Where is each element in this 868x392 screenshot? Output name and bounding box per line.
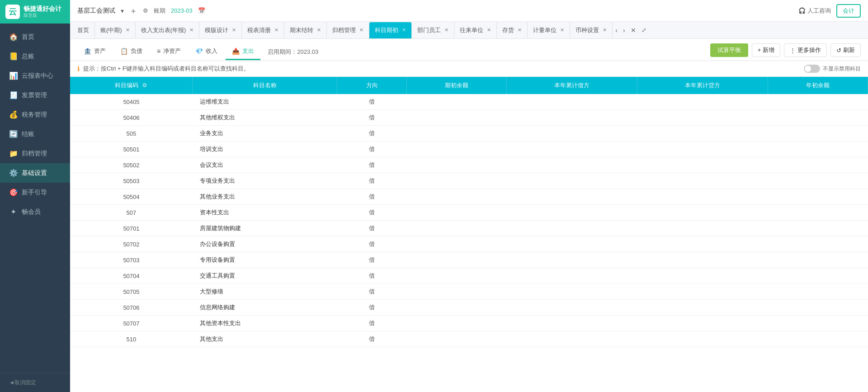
- tab-close-icon[interactable]: ✕: [126, 27, 130, 33]
- sub-tab-expense[interactable]: 📤支出: [226, 44, 260, 60]
- cell-ytd-debit: [507, 205, 637, 221]
- calendar-icon[interactable]: 📅: [198, 7, 205, 14]
- tab-币种设置[interactable]: 币种设置✕: [570, 22, 613, 38]
- tab-账中期[interactable]: 账(中期)✕: [95, 22, 136, 38]
- table-row[interactable]: 505 业务支出 借: [70, 126, 868, 142]
- tab-prev-btn[interactable]: ‹: [613, 27, 620, 34]
- table-row[interactable]: 50705 大型修缮 借: [70, 284, 868, 300]
- table-row[interactable]: 50405 运维维支出 借: [70, 94, 868, 110]
- sidebar-item-report-center[interactable]: 📊云报表中心: [0, 66, 70, 85]
- account-button[interactable]: 会计: [836, 4, 861, 18]
- refresh-button[interactable]: ↺ 刷新: [830, 43, 861, 57]
- tab-close-icon[interactable]: ✕: [232, 27, 236, 33]
- cell-ytd-debit: [507, 157, 637, 173]
- tab-模版设计[interactable]: 模版设计✕: [199, 22, 242, 38]
- table-row[interactable]: 50707 其他资本性支出 借: [70, 316, 868, 331]
- add-tab-icon[interactable]: ＋: [129, 5, 137, 16]
- table-row[interactable]: 50501 培训支出 借: [70, 142, 868, 157]
- dropdown-icon[interactable]: ▾: [121, 7, 124, 14]
- column-settings-icon[interactable]: ⚙: [142, 82, 147, 89]
- tab-close-icon[interactable]: ✕: [487, 27, 491, 33]
- table-row[interactable]: 50503 专项业务支出 借: [70, 173, 868, 189]
- cell-opening: [406, 205, 506, 221]
- sub-tab-liability[interactable]: 📋负债: [114, 44, 149, 60]
- table-row[interactable]: 50406 其他维权支出 借: [70, 110, 868, 126]
- cell-ytd-debit: [507, 300, 637, 316]
- cell-ytd-debit: [507, 316, 637, 331]
- table-row[interactable]: 50504 其他业务支出 借: [70, 189, 868, 205]
- tab-label: 账(中期): [100, 26, 122, 34]
- sub-tab-net-asset[interactable]: ≡净资产: [151, 44, 187, 60]
- tab-label: 币种设置: [576, 26, 599, 34]
- tab-科目期初[interactable]: 科目期初✕: [369, 22, 412, 38]
- tab-收入支出表年报[interactable]: 收入支出表(年报)✕: [136, 22, 200, 38]
- expense-icon: 📤: [232, 47, 240, 55]
- tab-close-all-btn[interactable]: ✕: [628, 27, 639, 34]
- tab-往来单位[interactable]: 往来单位✕: [454, 22, 497, 38]
- tab-close-icon[interactable]: ✕: [402, 27, 406, 33]
- tab-label: 部门员工: [417, 26, 441, 34]
- tab-close-icon[interactable]: ✕: [518, 27, 522, 33]
- table-row[interactable]: 507 资本性支出 借: [70, 205, 868, 221]
- report-center-icon: 📊: [9, 71, 17, 80]
- cell-opening: [406, 221, 506, 236]
- sidebar-item-basic-settings[interactable]: ⚙️基础设置: [0, 163, 70, 183]
- table-row[interactable]: 50702 办公设备购置 借: [70, 236, 868, 252]
- tab-close-icon[interactable]: ✕: [560, 27, 564, 33]
- sidebar-item-archive[interactable]: 📁归档管理: [0, 144, 70, 163]
- sidebar-item-invoice[interactable]: 🧾发票管理: [0, 85, 70, 105]
- table-body: 50405 运维维支出 借 50406 其他维权支出 借 505 业务支出 借 …: [70, 94, 868, 347]
- table-row[interactable]: 510 其他支出 借: [70, 331, 868, 347]
- cell-code: 507: [70, 205, 193, 221]
- toggle-switch[interactable]: [804, 65, 820, 73]
- table-row[interactable]: 50704 交通工具购置 借: [70, 268, 868, 284]
- settings-icon[interactable]: ⚙: [143, 7, 148, 14]
- tab-归档管理[interactable]: 归档管理✕: [327, 22, 369, 38]
- tab-close-icon[interactable]: ✕: [359, 27, 363, 33]
- cell-direction: 借: [337, 252, 407, 268]
- cell-ytd-debit: [507, 331, 637, 347]
- sidebar-item-member[interactable]: ✦畅会员: [0, 202, 70, 222]
- sidebar-item-general-ledger[interactable]: 📒总账: [0, 47, 70, 66]
- more-button[interactable]: ⋮ 更多操作: [784, 43, 827, 57]
- sidebar-item-tax[interactable]: 💰税务管理: [0, 105, 70, 124]
- tab-close-icon[interactable]: ✕: [189, 27, 193, 33]
- cell-ytd-credit: [637, 189, 768, 205]
- balance-button[interactable]: 试算平衡: [710, 43, 748, 57]
- tab-存货[interactable]: 存货✕: [497, 22, 528, 38]
- sidebar-item-settlement[interactable]: 🔄结账: [0, 124, 70, 144]
- sub-tab-asset[interactable]: 🏦资产: [77, 44, 112, 60]
- tab-税表清册[interactable]: 税表清册✕: [242, 22, 284, 38]
- add-button[interactable]: + 新增: [752, 43, 780, 57]
- sidebar: 云 畅捷通好会计 版意版 🏠首页📒总账📊云报表中心🧾发票管理💰税务管理🔄结账📁归…: [0, 0, 70, 392]
- tab-计量单位[interactable]: 计量单位✕: [528, 22, 570, 38]
- tab-首页[interactable]: 首页: [72, 22, 95, 38]
- cell-name: 房屋建筑物购建: [193, 221, 337, 236]
- table-row[interactable]: 50703 专用设备购置 借: [70, 252, 868, 268]
- cell-year-opening: [768, 316, 868, 331]
- main-content: 基层工会测试 ▾ ＋ ⚙ 账期 2023-03 📅 🎧 人工咨询 会计 首页账(…: [70, 0, 868, 392]
- table-row[interactable]: 50502 会议支出 借: [70, 157, 868, 173]
- disable-toggle[interactable]: 不显示禁用科目: [804, 65, 861, 73]
- cell-opening: [406, 126, 506, 142]
- tab-close-icon[interactable]: ✕: [603, 27, 607, 33]
- tab-next-btn[interactable]: ›: [620, 27, 628, 34]
- tab-期末结转[interactable]: 期末结转✕: [284, 22, 327, 38]
- table-row[interactable]: 50701 房屋建筑物购建 借: [70, 221, 868, 236]
- sidebar-item-home[interactable]: 🏠首页: [0, 27, 70, 47]
- tab-close-icon[interactable]: ✕: [274, 27, 278, 33]
- sidebar-item-guide[interactable]: 🎯新手引导: [0, 183, 70, 202]
- ai-consult-btn[interactable]: 🎧 人工咨询: [798, 7, 831, 15]
- tab-close-icon[interactable]: ✕: [317, 27, 321, 33]
- tab-label: 税表清册: [247, 26, 271, 34]
- cell-opening: [406, 157, 506, 173]
- cell-ytd-debit: [507, 142, 637, 157]
- cell-code: 50501: [70, 142, 193, 157]
- tab-close-icon[interactable]: ✕: [444, 27, 448, 33]
- table-row[interactable]: 50706 信息网络购建 借: [70, 300, 868, 316]
- sidebar-footer-toggle[interactable]: ◄取消固定: [0, 373, 70, 392]
- sub-tab-income[interactable]: 💎收入: [189, 44, 224, 60]
- tab-expand-btn[interactable]: ⤢: [639, 27, 649, 33]
- cell-code: 50701: [70, 221, 193, 236]
- tab-部门员工[interactable]: 部门员工✕: [412, 22, 454, 38]
